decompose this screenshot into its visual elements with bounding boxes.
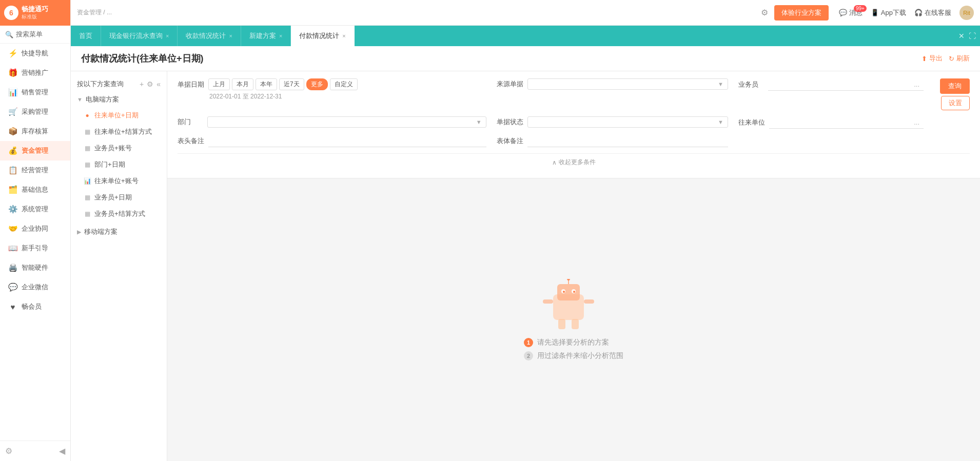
date-btn-custom[interactable]: 自定义 [330, 78, 358, 90]
tabbar: 首页 现金银行流水查询 × 收款情况统计 × 新建方案 × 付款情况统计 × ✕… [71, 26, 980, 46]
empty-state: 1 请先选择要分析的方案 2 用过滤条件来缩小分析范围 [167, 178, 980, 461]
mobile-group-label: 移动端方案 [84, 227, 117, 236]
sidebar-item-basic-info[interactable]: 🗂️ 基础信息 [0, 180, 70, 199]
search-menu-item[interactable]: 🔍 搜索菜单 [0, 26, 70, 44]
sidebar-item-finance[interactable]: 💰 资金管理 [0, 141, 70, 161]
app-download-button[interactable]: 📱 App下载 [871, 8, 906, 17]
scheme-settings-icon[interactable]: ⚙ [147, 80, 153, 88]
sidebar-brand: 畅捷通巧 标准版 [22, 5, 48, 21]
scheme-item-staff-settlement[interactable]: ▦ 业务员+结算方式 [71, 206, 167, 222]
tab-cash-flow-close[interactable]: × [166, 33, 169, 39]
export-button[interactable]: ⬆ 导出 [922, 54, 943, 63]
sidebar-item-label: 基础信息 [22, 185, 48, 194]
weixin-icon: 💬 [8, 283, 17, 292]
collapse-filter-bar[interactable]: ∧ 收起更多条件 [178, 153, 970, 171]
filter-settings-button[interactable]: 设置 [941, 96, 970, 110]
sidebar-item-operation[interactable]: 📋 经营管理 [0, 161, 70, 180]
add-scheme-icon[interactable]: + [140, 80, 144, 88]
collapse-icon: ∧ [552, 159, 557, 166]
sidebar-item-sales[interactable]: 📊 销售管理 [0, 83, 70, 102]
sidebar-item-hardware[interactable]: 🖨️ 智能硬件 [0, 258, 70, 277]
sidebar-item-purchase[interactable]: 🛒 采购管理 [0, 102, 70, 122]
staff-dots[interactable]: ... [914, 81, 919, 88]
date-btn-last-month[interactable]: 上月 [208, 78, 230, 90]
svg-rect-8 [558, 319, 565, 329]
search-menu-label: 搜索菜单 [16, 30, 43, 39]
scheme-item-dept-date[interactable]: ▦ 部门+日期 [71, 156, 167, 173]
tab-payment-stat-close[interactable]: × [229, 33, 232, 39]
date-btn-7days[interactable]: 近7天 [279, 78, 304, 90]
date-btn-this-month[interactable]: 本月 [232, 78, 253, 90]
service-label: 在线客服 [925, 8, 951, 17]
hint-text-1: 请先选择要分析的方案 [537, 338, 609, 347]
tab-pay-stat[interactable]: 付款情况统计 × [291, 26, 354, 46]
status-select[interactable]: ▼ [527, 116, 728, 128]
scheme-item-label: 往来单位+账号 [94, 176, 139, 186]
mobile-scheme-group: ▶ 移动端方案 [71, 224, 167, 239]
sidebar-nav: ⚡ 快捷导航 🎁 营销推广 📊 销售管理 🛒 采购管理 📦 库存核算 💰 资金管… [0, 44, 70, 440]
sidebar-item-enterprise[interactable]: 🤝 企业协同 [0, 219, 70, 238]
left-panel-actions: + ⚙ « [140, 80, 161, 88]
tab-expand-icon[interactable]: ⛶ [969, 32, 976, 40]
tab-home[interactable]: 首页 [71, 26, 101, 46]
user-avatar[interactable]: Rit [959, 6, 974, 20]
body-note-input[interactable] [527, 135, 728, 147]
header-note-input[interactable] [208, 135, 486, 147]
system-icon: ⚙️ [8, 205, 17, 214]
date-btn-more[interactable]: 更多 [306, 78, 328, 90]
desktop-group-title[interactable]: ▼ 电脑端方案 [71, 92, 167, 107]
scheme-item-staff-account[interactable]: ▦ 业务员+账号 [71, 140, 167, 156]
scheme-item-unit-settlement[interactable]: ▦ 往来单位+结算方式 [71, 124, 167, 140]
sidebar-item-system[interactable]: ⚙️ 系统管理 [0, 199, 70, 219]
collapse-panel-icon[interactable]: « [156, 80, 161, 88]
status-arrow-icon: ▼ [718, 119, 723, 125]
date-btn-this-year[interactable]: 本年 [256, 78, 277, 90]
sidebar-item-inventory[interactable]: 📦 库存核算 [0, 122, 70, 141]
footer-settings-icon[interactable]: ⚙ [5, 446, 12, 456]
tab-cash-flow[interactable]: 现金银行流水查询 × [101, 26, 178, 46]
sidebar-item-vip[interactable]: ♥ 畅会员 [0, 297, 70, 316]
sidebar-item-label: 智能硬件 [22, 263, 48, 272]
sidebar-item-label: 畅会员 [22, 302, 42, 311]
unit-account-icon: 📊 [83, 177, 91, 185]
tab-new-scheme-close[interactable]: × [279, 33, 282, 39]
sidebar-item-weixin[interactable]: 💬 企业微信 [0, 277, 70, 297]
tab-home-label: 首页 [79, 31, 92, 41]
sidebar-item-marketing[interactable]: 🎁 营销推广 [0, 63, 70, 83]
trial-button[interactable]: 体验行业方案 [774, 5, 829, 21]
dept-select[interactable]: ▼ [207, 116, 486, 128]
refresh-button[interactable]: ↻ 刷新 [949, 54, 970, 63]
scheme-item-staff-date[interactable]: ▦ 业务员+日期 [71, 189, 167, 206]
enterprise-icon: 🤝 [8, 224, 17, 233]
mobile-group-arrow: ▶ [77, 229, 81, 235]
svg-rect-1 [557, 284, 580, 300]
unit-dots[interactable]: ... [914, 118, 919, 126]
filter-row-1: 单据日期 上月 本月 本年 近7天 更多 自定义 [178, 78, 970, 110]
mobile-group-title[interactable]: ▶ 移动端方案 [71, 224, 167, 239]
sidebar-item-guide[interactable]: 📖 新手引导 [0, 238, 70, 258]
status-label: 单据状态 [497, 117, 523, 127]
dept-label: 部门 [178, 117, 203, 127]
sidebar-header: 6 畅捷通巧 标准版 [0, 0, 70, 26]
online-service-button[interactable]: 🎧 在线客服 [914, 8, 951, 17]
content-area: 付款情况统计(往来单位+日期) ⬆ 导出 ↻ 刷新 按以下方案查询 + [71, 46, 980, 461]
message-button[interactable]: 💬 消息 99+ [839, 8, 863, 17]
tab-payment-stat-label: 收款情况统计 [186, 31, 226, 41]
query-button[interactable]: 查询 [940, 78, 970, 94]
tab-close-all-icon[interactable]: ✕ [958, 32, 965, 40]
basic-info-icon: 🗂️ [8, 185, 17, 194]
footer-collapse-icon[interactable]: ◀ [59, 446, 65, 456]
sidebar-item-quick-nav[interactable]: ⚡ 快捷导航 [0, 44, 70, 63]
source-select[interactable]: ▼ [527, 78, 728, 90]
tab-pay-stat-close[interactable]: × [342, 33, 345, 39]
tab-new-scheme[interactable]: 新建方案 × [241, 26, 291, 46]
filter-row-3: 表头备注 表体备注 [178, 135, 970, 147]
dept-date-icon: ▦ [83, 161, 91, 169]
scheme-item-unit-account[interactable]: 📊 往来单位+账号 [71, 173, 167, 189]
scheme-item-unit-date[interactable]: ● 往来单位+日期 [71, 107, 167, 124]
tab-payment-stat[interactable]: 收款情况统计 × [178, 26, 241, 46]
topbar-gear-icon[interactable]: ⚙ [761, 8, 768, 17]
filter-staff-item: 业务员 ... [738, 78, 924, 91]
sidebar-item-label: 采购管理 [22, 107, 48, 116]
staff-settlement-icon: ▦ [83, 210, 91, 218]
